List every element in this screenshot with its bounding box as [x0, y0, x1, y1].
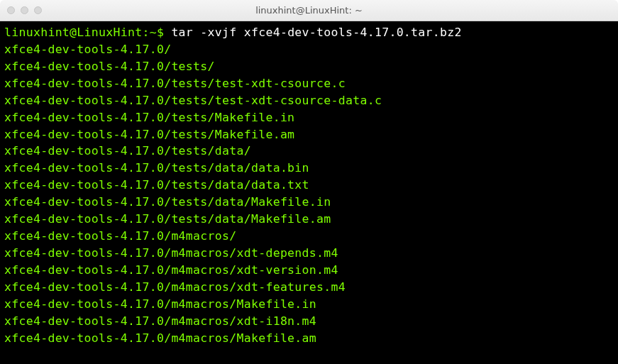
output-line: xfce4-dev-tools-4.17.0/m4macros/xdt-i18n…: [4, 313, 614, 330]
output-line: xfce4-dev-tools-4.17.0/tests/test-xdt-cs…: [4, 92, 614, 109]
terminal-window: linuxhint@LinuxHint: ~ linuxhint@LinuxHi…: [0, 0, 618, 364]
output-line: xfce4-dev-tools-4.17.0/m4macros/Makefile…: [4, 330, 614, 347]
output-line: xfce4-dev-tools-4.17.0/tests/data/data.t…: [4, 177, 614, 194]
output-line: xfce4-dev-tools-4.17.0/tests/data/Makefi…: [4, 194, 614, 211]
window-controls: [7, 6, 42, 14]
close-button[interactable]: [7, 6, 15, 14]
output-line: xfce4-dev-tools-4.17.0/tests/Makefile.in: [4, 109, 614, 126]
output-line: xfce4-dev-tools-4.17.0/tests/test-xdt-cs…: [4, 75, 614, 92]
output-line: xfce4-dev-tools-4.17.0/tests/Makefile.am: [4, 126, 614, 143]
output-line: xfce4-dev-tools-4.17.0/m4macros/xdt-feat…: [4, 279, 614, 296]
command-output: xfce4-dev-tools-4.17.0/xfce4-dev-tools-4…: [4, 41, 614, 347]
output-line: xfce4-dev-tools-4.17.0/: [4, 41, 614, 58]
titlebar[interactable]: linuxhint@LinuxHint: ~: [0, 0, 618, 21]
output-line: xfce4-dev-tools-4.17.0/m4macros/xdt-depe…: [4, 245, 614, 262]
output-line: xfce4-dev-tools-4.17.0/tests/: [4, 58, 614, 75]
output-line: xfce4-dev-tools-4.17.0/tests/data/Makefi…: [4, 211, 614, 228]
terminal-body[interactable]: linuxhint@LinuxHint:~$ tar -xvjf xfce4-d…: [0, 21, 618, 364]
command-line: linuxhint@LinuxHint:~$ tar -xvjf xfce4-d…: [4, 24, 614, 41]
output-line: xfce4-dev-tools-4.17.0/m4macros/Makefile…: [4, 296, 614, 313]
maximize-button[interactable]: [34, 6, 42, 14]
output-line: xfce4-dev-tools-4.17.0/m4macros/xdt-vers…: [4, 262, 614, 279]
typed-command: tar -xvjf xfce4-dev-tools-4.17.0.tar.bz2: [171, 26, 461, 39]
window-title: linuxhint@LinuxHint: ~: [7, 5, 611, 16]
minimize-button[interactable]: [21, 6, 28, 14]
output-line: xfce4-dev-tools-4.17.0/tests/data/data.b…: [4, 160, 614, 177]
output-line: xfce4-dev-tools-4.17.0/tests/data/: [4, 143, 614, 160]
output-line: xfce4-dev-tools-4.17.0/m4macros/: [4, 228, 614, 245]
shell-prompt: linuxhint@LinuxHint:~$: [4, 26, 171, 39]
